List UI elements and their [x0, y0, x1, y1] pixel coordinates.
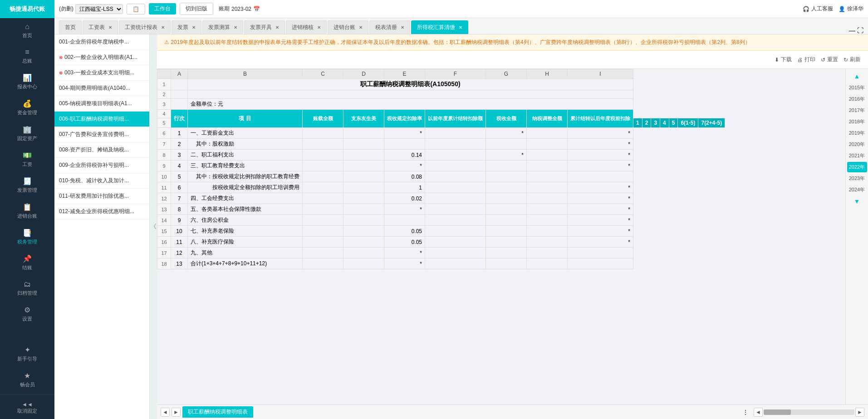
- sidebar-item-member[interactable]: ★ 畅会员: [0, 367, 54, 393]
- sidebar-item-capital[interactable]: 💰 资金管理: [0, 95, 54, 121]
- cell-10E[interactable]: 0.08: [384, 171, 425, 182]
- cell-15H[interactable]: [527, 226, 568, 237]
- print-btn[interactable]: 🖨 打印: [797, 56, 815, 63]
- cell-17E[interactable]: *: [384, 248, 425, 258]
- switch-period-btn[interactable]: 切到旧版: [180, 3, 213, 15]
- tab-payroll-stat-close[interactable]: ✕: [161, 25, 165, 30]
- cell-7E[interactable]: [384, 139, 425, 150]
- cell-7D[interactable]: [343, 139, 384, 150]
- cell-17A[interactable]: 12: [171, 248, 188, 258]
- sheet-nav-right[interactable]: ►: [172, 408, 181, 417]
- tab-payroll[interactable]: 工资表 ✕: [83, 20, 118, 34]
- year-btn-2023[interactable]: 2023年: [847, 173, 867, 184]
- cell-15E[interactable]: 0.05: [384, 226, 425, 237]
- cell-13G[interactable]: [486, 204, 527, 215]
- cell-18E[interactable]: *: [384, 258, 425, 269]
- cell-8B[interactable]: 二、职工福利支出: [188, 150, 303, 161]
- cell-10I[interactable]: [568, 171, 633, 182]
- cell-6I[interactable]: *: [568, 128, 633, 139]
- sheet-tab-main[interactable]: 职工薪酬纳税调整明细表: [182, 406, 253, 418]
- tab-invoice-calc-close[interactable]: ✕: [234, 25, 237, 30]
- sheet-scroll-right[interactable]: ►: [855, 408, 864, 417]
- tab-inout-ledger-close[interactable]: ✕: [359, 25, 363, 30]
- year-scroll-down[interactable]: ▼: [852, 196, 863, 207]
- tab-payroll-close[interactable]: ✕: [108, 25, 112, 30]
- cell-7F[interactable]: [425, 139, 486, 150]
- left-panel-item-007[interactable]: 007-广告费和业务宣传费明...: [54, 127, 149, 142]
- tab-inout-verify[interactable]: 进销稽核 ✕: [286, 20, 327, 34]
- left-panel-item-005[interactable]: 005-纳税调整项目明细表(A1...: [54, 96, 149, 112]
- cell-1A[interactable]: [171, 79, 188, 90]
- cell-17F[interactable]: [425, 248, 486, 258]
- cell-8I[interactable]: *: [568, 150, 633, 161]
- left-panel-item-006[interactable]: 006-职工薪酬纳税调整明细...: [54, 112, 149, 127]
- year-btn-2021[interactable]: 2021年: [847, 151, 867, 161]
- cell-16E[interactable]: 0.05: [384, 237, 425, 248]
- cell-12D[interactable]: [343, 193, 384, 204]
- cell-16G[interactable]: [486, 237, 527, 248]
- cell-8D[interactable]: [343, 150, 384, 161]
- sheet-scroll-left[interactable]: ◄: [754, 408, 763, 417]
- tab-invoice-close[interactable]: ✕: [192, 25, 196, 30]
- cell-9C[interactable]: [303, 161, 343, 171]
- left-panel-item-009[interactable]: 009-企业所得税弥补亏损明...: [54, 158, 149, 173]
- tab-invoice-open-close[interactable]: ✕: [275, 25, 279, 30]
- cell-10F[interactable]: [425, 171, 486, 182]
- cell-11C[interactable]: [303, 182, 343, 193]
- cell-6H[interactable]: [527, 128, 568, 139]
- cell-10D[interactable]: [343, 171, 384, 182]
- cell-12H[interactable]: [527, 193, 568, 204]
- reset-btn[interactable]: ↺ 重置: [821, 56, 838, 63]
- tab-income-tax[interactable]: 所得税汇算清缴 ✕: [411, 20, 468, 34]
- year-btn-2018[interactable]: 2018年: [847, 117, 867, 127]
- calendar-icon[interactable]: 📅: [253, 6, 260, 12]
- cell-17C[interactable]: [303, 248, 343, 258]
- customer-service[interactable]: 🎧 人工客服: [803, 5, 833, 13]
- year-btn-2015[interactable]: 2015年: [847, 83, 867, 93]
- sidebar-item-asset[interactable]: 🏢 固定资产: [0, 121, 54, 146]
- cell-18C[interactable]: [303, 258, 343, 269]
- cell-8G[interactable]: *: [486, 150, 527, 161]
- cell-13B[interactable]: 五、各类基本社会保障性缴款: [188, 204, 303, 215]
- cell-9D[interactable]: [343, 161, 384, 171]
- left-panel-item-011[interactable]: 011-研发费用加计扣除优惠...: [54, 189, 149, 204]
- cell-8F[interactable]: [425, 150, 486, 161]
- refresh-btn[interactable]: ↻ 刷新: [843, 56, 861, 63]
- sidebar-item-report[interactable]: 📊 报表中心: [0, 69, 54, 95]
- cell-7A[interactable]: 2: [171, 139, 188, 150]
- tab-payroll-stat[interactable]: 工资统计报表 ✕: [119, 20, 171, 34]
- cell-10C[interactable]: [303, 171, 343, 182]
- left-panel-item-003[interactable]: ⊗ 003-一般企业成本支出明细...: [54, 65, 149, 81]
- cell-16A[interactable]: 11: [171, 237, 188, 248]
- cell-14I[interactable]: *: [568, 215, 633, 226]
- cell-11E[interactable]: 1: [384, 182, 425, 193]
- cell-15G[interactable]: [486, 226, 527, 237]
- cell-11D[interactable]: [343, 182, 384, 193]
- cell-7C[interactable]: [303, 139, 343, 150]
- cell-7B[interactable]: 其中：股权激励: [188, 139, 303, 150]
- cell-15B[interactable]: 七、补充养老保险: [188, 226, 303, 237]
- cell-16I[interactable]: *: [568, 237, 633, 248]
- tab-invoice[interactable]: 发票 ✕: [172, 20, 201, 34]
- cell-12I[interactable]: *: [568, 193, 633, 204]
- cell-17B[interactable]: 九、其他: [188, 248, 303, 258]
- cell-10G[interactable]: [486, 171, 527, 182]
- cell-14C[interactable]: [303, 215, 343, 226]
- cell-12A[interactable]: 7: [171, 193, 188, 204]
- company-selector[interactable]: (勿删) 江西磁宝-LSS: [59, 4, 123, 14]
- cell-11I[interactable]: *: [568, 182, 633, 193]
- cell-12E[interactable]: 0.02: [384, 193, 425, 204]
- cell-13E[interactable]: *: [384, 204, 425, 215]
- year-btn-2024[interactable]: 2024年: [847, 185, 867, 195]
- tab-inout-verify-close[interactable]: ✕: [317, 25, 321, 30]
- cell-15C[interactable]: [303, 226, 343, 237]
- cell-16B[interactable]: 八、补充医疗保险: [188, 237, 303, 248]
- copy-btn[interactable]: 📋: [127, 4, 145, 15]
- year-btn-2016[interactable]: 2016年: [847, 94, 867, 104]
- sidebar-item-settings[interactable]: ⚙ 设置: [0, 301, 54, 327]
- sidebar-item-home[interactable]: ⌂ 首页: [0, 18, 54, 44]
- left-panel-item-004[interactable]: 004-期间费用明细表(A1040...: [54, 81, 149, 96]
- cell-16H[interactable]: [527, 237, 568, 248]
- cell-11F[interactable]: [425, 182, 486, 193]
- tab-home[interactable]: 首页: [59, 20, 82, 34]
